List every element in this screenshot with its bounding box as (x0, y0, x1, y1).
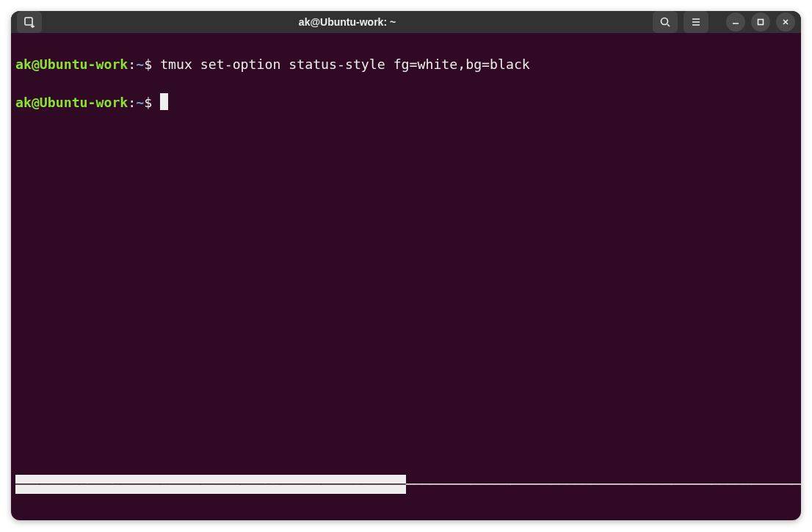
active-pane-border: ────────────────────────────────────────… (15, 475, 406, 494)
shell-line: ak@Ubuntu-work:~$ (15, 93, 797, 112)
svg-point-3 (661, 18, 668, 25)
svg-rect-9 (758, 20, 764, 25)
prompt-path: ~ (136, 57, 144, 72)
titlebar: ak@Ubuntu-work: ~ (11, 11, 801, 33)
inactive-pane-border: ────────────────────────────────────────… (406, 475, 797, 494)
cursor-block (160, 93, 168, 110)
terminal-content[interactable]: ak@Ubuntu-work:~$ tmux set-option status… (11, 33, 801, 520)
prompt-user-host: ak@Ubuntu-work (15, 57, 128, 72)
close-button[interactable] (776, 12, 795, 32)
shell-line: ak@Ubuntu-work:~$ tmux set-option status… (15, 55, 797, 74)
hamburger-menu-button[interactable] (684, 11, 708, 33)
svg-line-4 (667, 24, 670, 26)
svg-rect-0 (25, 18, 32, 25)
window-title: ak@Ubuntu-work: ~ (48, 16, 647, 28)
minimize-button[interactable] (726, 12, 745, 32)
top-output: top - 13:27:10 up 2:35, 4 users, load av… (15, 513, 797, 520)
command-text: tmux set-option status-style fg=white,bg… (160, 57, 530, 72)
tmux-pane-divider: ────────────────────────────────────────… (15, 475, 797, 494)
maximize-button[interactable] (751, 12, 770, 32)
new-tab-button[interactable] (17, 11, 42, 33)
terminal-window: ak@Ubuntu-work: ~ ak@Ubuntu-work:~$ tmux… (11, 11, 801, 520)
search-button[interactable] (653, 11, 678, 33)
